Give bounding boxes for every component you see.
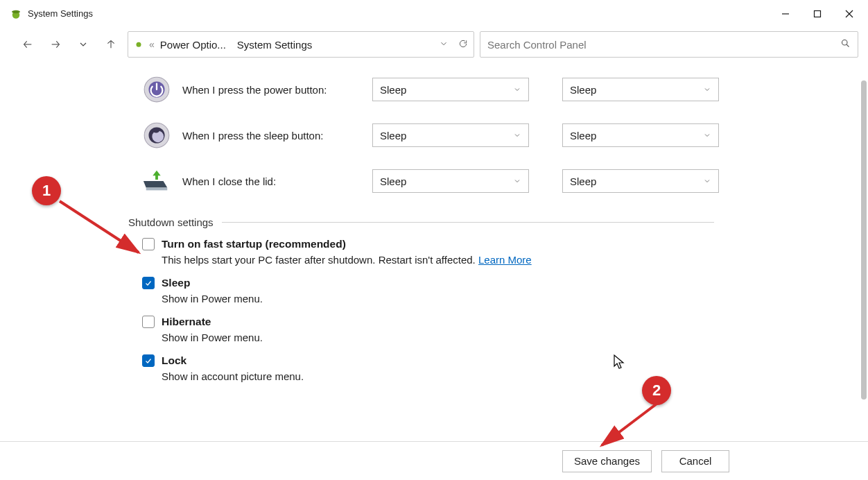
opt-title: Sleep [162,277,190,289]
save-changes-button[interactable]: Save changes [562,450,652,472]
close-button[interactable] [833,0,865,28]
opt-title: Lock [162,354,186,367]
svg-rect-3 [815,10,821,17]
select-value: Sleep [570,175,596,187]
lid-battery-select[interactable]: Sleep [372,169,529,193]
divider [222,222,714,223]
chevron-down-icon [513,84,521,96]
opt-desc: Show in Power menu. [162,293,868,305]
select-value: Sleep [570,130,596,142]
select-value: Sleep [380,130,406,142]
checkbox-lock[interactable] [142,354,155,367]
lid-label: When I close the lid: [182,175,361,187]
checkbox-fast-startup[interactable] [142,238,155,250]
opt-hibernate: Hibernate Show in Power menu. [142,316,868,343]
title-bar: System Settings [0,0,868,28]
select-value: Sleep [380,175,406,187]
search-bar[interactable] [480,31,858,58]
nav-row: « Power Optio... System Settings [0,28,868,67]
sleep-button-plugged-select[interactable]: Sleep [562,123,719,147]
footer: Save changes Cancel [0,441,868,480]
annotation-badge-2: 2 [642,376,671,405]
svg-point-9 [137,42,141,46]
breadcrumb-current[interactable]: System Settings [237,39,312,51]
lid-icon [142,166,171,196]
row-sleep-button: When I press the sleep button: Sleep Sle… [142,112,868,158]
opt-title: Hibernate [162,316,211,328]
section-title: Shutdown settings [128,216,214,228]
checkbox-hibernate[interactable] [142,316,155,328]
recent-dropdown[interactable] [72,33,94,55]
row-power-button: When I press the power button: Sleep Sle… [142,67,868,112]
opt-sleep: Sleep Show in Power menu. [142,277,868,305]
opt-lock: Lock Show in account picture menu. [142,354,868,382]
opt-title: Turn on fast startup (recommended) [162,238,346,250]
svg-point-10 [842,40,848,46]
window-title: System Settings [28,8,93,19]
opt-desc: Show in account picture menu. [162,370,868,382]
checkbox-sleep[interactable] [142,277,155,289]
row-close-lid: When I close the lid: Sleep Sleep [142,158,868,204]
cancel-button[interactable]: Cancel [661,450,729,472]
svg-point-1 [12,10,20,13]
power-button-battery-select[interactable]: Sleep [372,78,529,101]
opt-desc: This helps start your PC faster after sh… [162,254,478,266]
power-button-plugged-select[interactable]: Sleep [562,78,719,101]
address-dropdown[interactable] [439,39,449,51]
sleep-button-icon [142,121,171,150]
up-button[interactable] [100,33,122,55]
app-icon [10,8,22,20]
chevron-down-icon [703,130,711,142]
select-value: Sleep [380,84,406,96]
lid-plugged-select[interactable]: Sleep [562,169,719,193]
address-bar[interactable]: « Power Optio... System Settings [128,31,474,58]
chevron-down-icon [703,175,711,187]
chevron-down-icon [513,175,521,187]
maximize-button[interactable] [801,0,833,28]
back-button[interactable] [17,33,39,55]
vertical-scrollbar[interactable] [861,80,867,400]
search-input[interactable] [487,39,835,51]
shutdown-settings-heading: Shutdown settings [128,216,868,228]
power-button-label: When I press the power button: [182,84,361,96]
select-value: Sleep [570,84,596,96]
opt-fast-startup: Turn on fast startup (recommended) This … [142,238,868,266]
chevron-down-icon [703,84,711,96]
cursor-icon [613,354,625,370]
refresh-button[interactable] [458,39,468,51]
address-icon [134,39,144,51]
learn-more-link[interactable]: Learn More [478,254,532,266]
forward-button[interactable] [44,33,67,55]
breadcrumb-parent[interactable]: Power Optio... [160,39,226,51]
power-button-icon [142,75,171,104]
svg-line-11 [847,44,849,46]
opt-desc: Show in Power menu. [162,332,868,343]
sleep-button-battery-select[interactable]: Sleep [372,123,529,147]
sleep-button-label: When I press the sleep button: [182,130,361,142]
content-area: When I press the power button: Sleep Sle… [0,67,868,441]
chevron-down-icon [513,130,521,142]
minimize-button[interactable] [770,0,801,28]
breadcrumb-overflow[interactable]: « [149,39,155,50]
search-icon [840,38,851,51]
annotation-badge-1: 1 [32,176,61,205]
